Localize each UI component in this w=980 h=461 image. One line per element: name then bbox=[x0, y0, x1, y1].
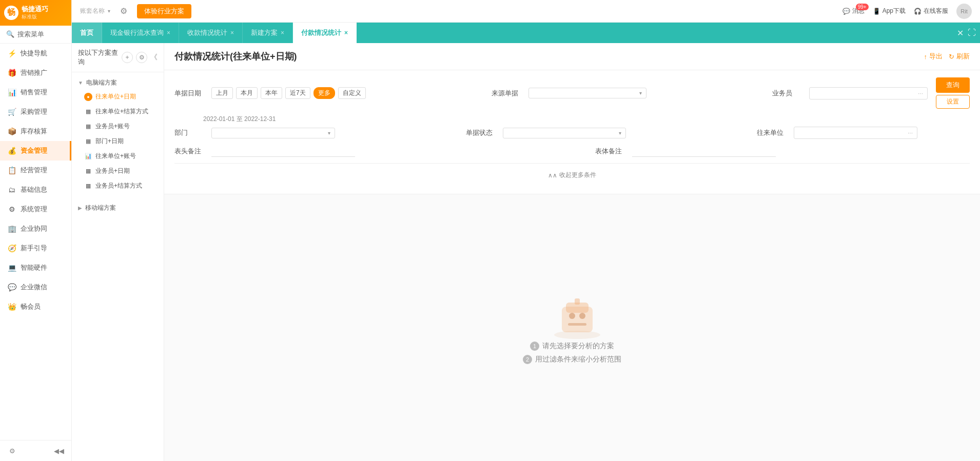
search-menu[interactable]: 🔍 搜索菜单 bbox=[0, 26, 71, 44]
right-content: 付款情况统计(往来单位+日期) ↑ 导出 ↻ 刷新 单据日期 bbox=[164, 43, 980, 461]
sidebar-item-basic[interactable]: 🗂 基础信息 bbox=[0, 180, 71, 199]
sidebar-item-purchase[interactable]: 🛒 采购管理 bbox=[0, 102, 71, 122]
sidebar-item-label: 销售管理 bbox=[21, 88, 47, 97]
scheme-icon: ▦ bbox=[84, 137, 92, 146]
scheme-item-label: 往来单位+账号 bbox=[95, 152, 136, 161]
tab-fullscreen-icon[interactable]: ⛶ bbox=[968, 28, 976, 37]
filter-settings-btn[interactable]: 设置 bbox=[936, 95, 970, 109]
tab-cashflow-close-icon[interactable]: × bbox=[167, 29, 170, 36]
scheme-item-salesman-account[interactable]: ▦ 业务员+账号 bbox=[72, 119, 164, 134]
date-btn-last-month[interactable]: 上月 bbox=[211, 87, 233, 99]
dept-select-arrow-icon: ▾ bbox=[328, 130, 330, 136]
page-actions: ↑ 导出 ↻ 刷新 bbox=[924, 52, 970, 61]
tab-close-all-icon[interactable]: ✕ bbox=[957, 28, 964, 38]
scheme-settings-btn[interactable]: ⚙ bbox=[136, 52, 147, 63]
scheme-panel: 按以下方案查询 + ⚙ 《 ▼ 电脑端方案 ● 往来单位+日期 ▦ bbox=[72, 43, 164, 461]
account-selector[interactable]: 账套名称 ▾ bbox=[80, 7, 110, 15]
date-btn-more[interactable]: 更多 bbox=[313, 87, 335, 99]
query-btn[interactable]: 查询 bbox=[936, 77, 970, 93]
scheme-item-counterparty-account[interactable]: 📊 往来单位+账号 bbox=[72, 149, 164, 164]
tab-home[interactable]: 首页 bbox=[72, 23, 102, 43]
sidebar-item-shortcut[interactable]: ⚡ 快捷导航 bbox=[0, 44, 71, 63]
scheme-item-salesman-date[interactable]: ▦ 业务员+日期 bbox=[72, 164, 164, 178]
sidebar-item-member[interactable]: 👑 畅会员 bbox=[0, 297, 71, 316]
sidebar-item-system[interactable]: ⚙ 系统管理 bbox=[0, 199, 71, 219]
message-badge: 99+ bbox=[856, 4, 869, 10]
app-download-btn[interactable]: 📱 App下载 bbox=[873, 7, 906, 15]
body-note-label: 表体备注 bbox=[595, 147, 624, 156]
operation-icon: 📋 bbox=[7, 166, 16, 175]
sidebar-item-marketing[interactable]: 🎁 营销推广 bbox=[0, 63, 71, 83]
page-header: 付款情况统计(往来单位+日期) ↑ 导出 ↻ 刷新 bbox=[164, 43, 980, 70]
sidebar-item-guide[interactable]: 🧭 新手引导 bbox=[0, 238, 71, 258]
salesman-select[interactable]: ··· bbox=[809, 87, 928, 99]
scheme-desktop-section: ▼ 电脑端方案 ● 往来单位+日期 ▦ 往来单位+结算方式 ▦ 业务员+账号 ▦ bbox=[72, 72, 164, 197]
customer-service-btn[interactable]: 🎧 在线客服 bbox=[914, 7, 948, 15]
filter-row-2: 部门 ▾ 单据状态 ▾ 往来单位 ··· bbox=[174, 127, 970, 139]
sidebar-item-label: 系统管理 bbox=[21, 205, 47, 214]
date-btn-custom[interactable]: 自定义 bbox=[338, 87, 366, 99]
empty-hint-2-text: 用过滤条件来缩小分析范围 bbox=[535, 355, 621, 364]
scheme-item-counterparty-settle[interactable]: ▦ 往来单位+结算方式 bbox=[72, 104, 164, 119]
tab-payment-close-icon[interactable]: × bbox=[344, 29, 348, 36]
collapse-area: ∧∧ 收起更多条件 bbox=[174, 163, 970, 187]
source-select[interactable]: ▾ bbox=[528, 88, 647, 98]
sidebar-item-sales[interactable]: 📊 销售管理 bbox=[0, 83, 71, 102]
user-text: Rit bbox=[961, 8, 967, 14]
scheme-section-mobile[interactable]: ▶ 移动端方案 bbox=[72, 202, 164, 214]
tab-payment-label: 付款情况统计 bbox=[301, 28, 341, 37]
empty-hint-2: 2 用过滤条件来缩小分析范围 bbox=[523, 355, 621, 364]
desktop-section-label: 电脑端方案 bbox=[86, 78, 117, 87]
scheme-panel-title: 按以下方案查询 bbox=[78, 48, 122, 67]
shortcut-icon: ⚡ bbox=[7, 49, 16, 58]
date-btn-this-month[interactable]: 本月 bbox=[236, 87, 258, 99]
header-note-input[interactable] bbox=[211, 145, 355, 157]
settings-gear-icon[interactable]: ⚙ bbox=[116, 4, 131, 18]
sidebar-item-label: 库存核算 bbox=[21, 127, 47, 136]
trial-btn[interactable]: 体验行业方案 bbox=[137, 4, 191, 18]
scheme-add-btn[interactable]: + bbox=[122, 52, 133, 63]
counterparty-select[interactable]: ··· bbox=[794, 127, 917, 139]
sidebar: 畅 畅捷通巧 标准版 🔍 搜索菜单 ⚡ 快捷导航 🎁 营销推广 📊 销售管理 🛒… bbox=[0, 0, 72, 461]
active-scheme-icon: ● bbox=[84, 93, 92, 101]
collapse-btn[interactable]: ∧∧ 收起更多条件 bbox=[538, 168, 606, 183]
footer-settings-icon[interactable]: ⚙ bbox=[6, 445, 18, 457]
scheme-icon: ▦ bbox=[84, 123, 92, 131]
date-options: 上月 本月 本年 近7天 更多 自定义 bbox=[211, 87, 366, 99]
tab-payment[interactable]: 付款情况统计 × bbox=[293, 23, 357, 43]
sidebar-footer: ⚙ ◀◀ bbox=[0, 440, 71, 461]
tab-receipts-close-icon[interactable]: × bbox=[230, 29, 234, 36]
message-btn[interactable]: 💬 消息 99+ bbox=[842, 7, 865, 15]
tab-receipts[interactable]: 收款情况统计 × bbox=[179, 23, 243, 43]
sidebar-item-operation[interactable]: 📋 经营管理 bbox=[0, 161, 71, 180]
export-btn[interactable]: ↑ 导出 bbox=[924, 52, 943, 61]
scheme-collapse-btn[interactable]: 《 bbox=[150, 53, 158, 62]
system-icon: ⚙ bbox=[7, 205, 16, 214]
scheme-section-desktop[interactable]: ▼ 电脑端方案 bbox=[72, 76, 164, 89]
body-note-input[interactable] bbox=[632, 145, 776, 157]
sidebar-item-label: 企业微信 bbox=[21, 283, 47, 292]
scheme-item-salesman-settle[interactable]: ▦ 业务员+结算方式 bbox=[72, 178, 164, 193]
dept-filter-label: 部门 bbox=[174, 128, 203, 137]
mobile-section-label: 移动端方案 bbox=[85, 204, 116, 212]
sidebar-item-inventory[interactable]: 📦 库存核算 bbox=[0, 122, 71, 141]
mobile-arrow-icon: ▶ bbox=[78, 205, 82, 211]
footer-collapse-icon[interactable]: ◀◀ bbox=[53, 445, 65, 457]
dept-select[interactable]: ▾ bbox=[211, 128, 335, 138]
empty-illustration bbox=[546, 291, 598, 337]
date-filter-label: 单据日期 bbox=[174, 89, 203, 98]
sidebar-item-hardware[interactable]: 💻 智能硬件 bbox=[0, 258, 71, 277]
date-btn-7days[interactable]: 近7天 bbox=[285, 87, 310, 99]
tab-newscheme-close-icon[interactable]: × bbox=[281, 29, 284, 36]
sidebar-item-finance[interactable]: 💰 资金管理 bbox=[0, 141, 71, 161]
status-select[interactable]: ▾ bbox=[503, 128, 626, 138]
sidebar-item-wechat[interactable]: 💬 企业微信 bbox=[0, 277, 71, 297]
tab-newscheme[interactable]: 新建方案 × bbox=[243, 23, 293, 43]
sidebar-item-company[interactable]: 🏢 企业协同 bbox=[0, 219, 71, 238]
refresh-btn[interactable]: ↻ 刷新 bbox=[949, 52, 970, 61]
user-avatar[interactable]: Rit bbox=[956, 4, 972, 19]
date-btn-this-year[interactable]: 本年 bbox=[261, 87, 282, 99]
scheme-item-dept-date[interactable]: ▦ 部门+日期 bbox=[72, 134, 164, 149]
tab-cashflow[interactable]: 现金银行流水查询 × bbox=[102, 23, 179, 43]
scheme-item-counterparty-date[interactable]: ● 往来单位+日期 bbox=[72, 89, 164, 104]
